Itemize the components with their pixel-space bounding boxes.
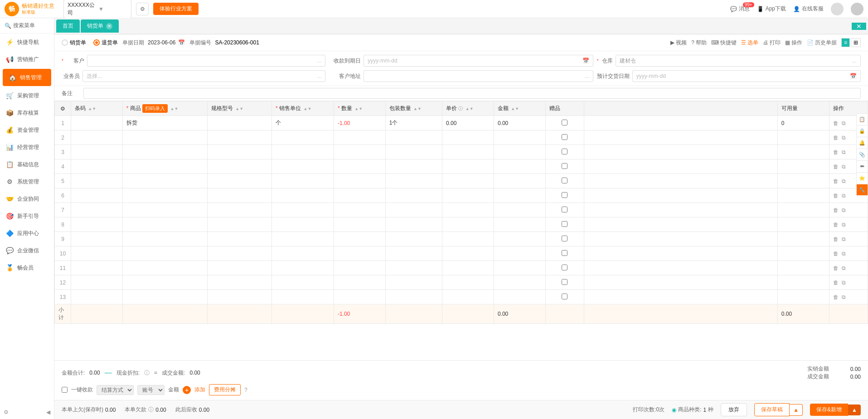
sort-amount[interactable]: ▲▼	[511, 107, 519, 111]
row-copy-6[interactable]: ⧉	[842, 193, 846, 199]
row-delete-8[interactable]: 🗑	[833, 222, 839, 228]
row-spec-4[interactable]	[207, 159, 272, 174]
row-copy-1[interactable]: ⧉	[842, 120, 846, 126]
tab-close-icon[interactable]: ✕	[106, 23, 112, 29]
sidebar-settings-icon[interactable]: ⚙	[4, 409, 9, 415]
sidebar-item-wechat[interactable]: 💬 企业微信	[0, 242, 54, 259]
sidebar-item-system[interactable]: ⚙ 系统管理	[0, 173, 54, 190]
row-gift-6[interactable]	[545, 188, 584, 203]
row-price-7[interactable]	[442, 203, 494, 217]
expected-date-input[interactable]: yyyy-mm-dd 📅	[632, 70, 861, 82]
row-qty-3[interactable]	[334, 145, 385, 159]
sidebar-item-appstore[interactable]: 🔷 应用中心	[0, 225, 54, 242]
row-pack-8[interactable]	[385, 217, 442, 232]
row-product-1[interactable]: 拆货	[122, 116, 207, 130]
row-copy-4[interactable]: ⧉	[842, 164, 846, 170]
row-qty-9[interactable]	[334, 232, 385, 246]
sidebar-item-purchase[interactable]: 🛒 采购管理	[0, 87, 54, 104]
gift-checkbox-5[interactable]	[562, 178, 567, 183]
row-delete-11[interactable]: 🗑	[833, 265, 839, 271]
row-product-2[interactable]	[122, 130, 207, 145]
add-payment-button[interactable]: +	[183, 386, 191, 394]
row-spec-13[interactable]	[207, 290, 272, 304]
row-qty-8[interactable]	[334, 217, 385, 232]
row-pack-9[interactable]	[385, 232, 442, 246]
row-amount-13[interactable]	[494, 290, 545, 304]
row-spec-1[interactable]	[207, 116, 272, 130]
row-unit-3[interactable]	[272, 145, 334, 159]
row-copy-11[interactable]: ⧉	[842, 265, 846, 271]
row-amount-9[interactable]	[494, 232, 545, 246]
row-unit-9[interactable]	[272, 232, 334, 246]
sort-barcode[interactable]: ▲▼	[88, 107, 96, 111]
right-tool-6[interactable]: ⭐	[856, 172, 868, 184]
row-price-4[interactable]	[442, 159, 494, 174]
gift-checkbox-6[interactable]	[562, 192, 567, 198]
row-barcode-3[interactable]	[71, 145, 123, 159]
sidebar-item-marketing[interactable]: 📢 营销推广	[0, 51, 54, 68]
row-qty-1[interactable]: -1.00	[334, 116, 385, 130]
gift-checkbox-8[interactable]	[562, 221, 567, 227]
row-copy-9[interactable]: ⧉	[842, 236, 846, 242]
row-product-10[interactable]	[122, 246, 207, 261]
row-spec-10[interactable]	[207, 246, 272, 261]
right-tool-3[interactable]: 🔔	[856, 137, 868, 149]
operation-button[interactable]: ▦ 操作	[785, 39, 802, 47]
row-pack-12[interactable]	[385, 275, 442, 290]
row-amount-8[interactable]	[494, 217, 545, 232]
sort-qty[interactable]: ▲▼	[354, 107, 363, 111]
close-window-button[interactable]: ✕	[852, 23, 866, 30]
customer-input[interactable]: ...	[87, 55, 325, 67]
row-price-9[interactable]	[442, 232, 494, 246]
row-copy-13[interactable]: ⧉	[842, 294, 846, 300]
row-unit-10[interactable]	[272, 246, 334, 261]
select-order-button[interactable]: ☰ 选单	[741, 39, 758, 47]
row-delete-9[interactable]: 🗑	[833, 236, 839, 242]
row-delete-4[interactable]: 🗑	[833, 164, 839, 170]
fee-help-icon[interactable]: ?	[244, 387, 247, 393]
sort-pack[interactable]: ▲▼	[413, 107, 422, 111]
th-settings[interactable]: ⚙	[55, 101, 71, 116]
row-pack-10[interactable]	[385, 246, 442, 261]
row-amount-4[interactable]	[494, 159, 545, 174]
row-product-13[interactable]	[122, 290, 207, 304]
save-draft-arrow[interactable]: ▲	[790, 404, 803, 416]
row-spec-12[interactable]	[207, 275, 272, 290]
row-price-12[interactable]	[442, 275, 494, 290]
row-amount-1[interactable]: 0.00	[494, 116, 545, 130]
row-product-9[interactable]	[122, 232, 207, 246]
row-spec-9[interactable]	[207, 232, 272, 246]
row-amount-3[interactable]	[494, 145, 545, 159]
sidebar-item-inventory[interactable]: 📦 库存核算	[0, 104, 54, 121]
row-spec-8[interactable]	[207, 217, 272, 232]
row-gift-13[interactable]	[545, 290, 584, 304]
row-unit-8[interactable]	[272, 217, 334, 232]
row-barcode-9[interactable]	[71, 232, 123, 246]
row-spec-5[interactable]	[207, 174, 272, 188]
online-service-button[interactable]: 👤 在线客服	[793, 5, 824, 13]
sidebar-item-business[interactable]: 📊 经营管理	[0, 139, 54, 156]
settings-icon[interactable]: ⚙	[136, 3, 149, 15]
price-info-icon[interactable]: ⓘ	[458, 106, 463, 111]
row-qty-12[interactable]	[334, 275, 385, 290]
row-barcode-1[interactable]	[71, 116, 123, 130]
row-pack-4[interactable]	[385, 159, 442, 174]
row-pack-7[interactable]	[385, 203, 442, 217]
sidebar-item-finance[interactable]: 💰 资金管理	[0, 121, 54, 139]
row-unit-6[interactable]	[272, 188, 334, 203]
row-product-11[interactable]	[122, 261, 207, 275]
row-product-5[interactable]	[122, 174, 207, 188]
payment-due-input[interactable]: yyyy-mm-dd 📅	[364, 55, 593, 67]
row-qty-11[interactable]	[334, 261, 385, 275]
row-barcode-5[interactable]	[71, 174, 123, 188]
gift-checkbox-13[interactable]	[562, 294, 567, 299]
sidebar-search[interactable]: 🔍 搜索菜单	[0, 18, 54, 34]
row-barcode-2[interactable]	[71, 130, 123, 145]
history-button[interactable]: 📄 历史单据	[807, 39, 837, 47]
sidebar-item-guide[interactable]: 🎯 新手引导	[0, 207, 54, 225]
row-gift-7[interactable]	[545, 203, 584, 217]
row-price-6[interactable]	[442, 188, 494, 203]
gift-checkbox-9[interactable]	[562, 236, 567, 241]
row-qty-10[interactable]	[334, 246, 385, 261]
row-copy-10[interactable]: ⧉	[842, 250, 846, 257]
